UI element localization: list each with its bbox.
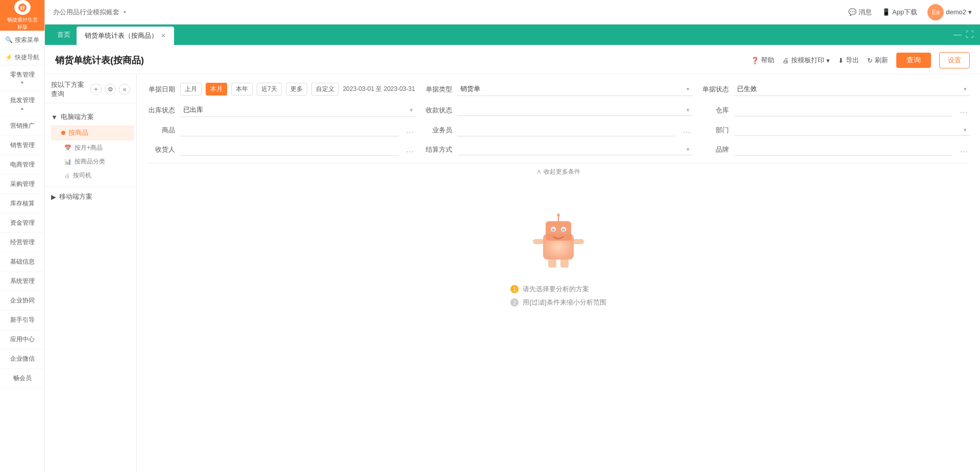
- settings-button[interactable]: 设置: [939, 52, 970, 68]
- scheme-by-month-goods[interactable]: 📅 按月+商品: [49, 141, 136, 155]
- warehouse-label: 仓库: [701, 106, 729, 115]
- brand-input[interactable]: [734, 144, 952, 156]
- department-dropdown-icon: ▾: [964, 127, 967, 133]
- mobile-schemes-group[interactable]: ▶ 移动端方案: [45, 189, 136, 204]
- avatar: Ea: [927, 4, 944, 20]
- sidebar-item-basic[interactable]: 基础信息: [0, 252, 44, 272]
- receiver-label: 收货人: [147, 145, 175, 154]
- date-btn-more[interactable]: 更多: [286, 83, 307, 96]
- sidebar-item-system[interactable]: 系统管理: [0, 272, 44, 291]
- filter-panel-title: 按以下方案查询: [51, 80, 90, 99]
- goods-more-icon[interactable]: …: [404, 126, 416, 135]
- tab-close-icon[interactable]: ✕: [161, 32, 166, 39]
- empty-tip-2: 2 用[过滤]条件来缩小分析范围: [510, 296, 606, 309]
- sidebar-item-ecommerce[interactable]: 电商管理: [0, 155, 44, 175]
- warehouse-more-icon[interactable]: …: [958, 106, 970, 115]
- date-btn-last-month[interactable]: 上月: [180, 83, 202, 96]
- sidebar-item-enterprise[interactable]: 企业协同: [0, 291, 44, 311]
- sidebar: 好 畅捷通好生意 标版 🔍 搜索菜单 ⚡ 快捷导航 零售管理 ▼ 批发管理 ▲ …: [0, 0, 45, 472]
- svg-rect-3: [546, 221, 571, 241]
- sidebar-item-wechat[interactable]: 企业微信: [0, 349, 44, 369]
- desktop-schemes-header[interactable]: ▼ 电脑端方案: [45, 109, 136, 125]
- salesperson-input[interactable]: [457, 124, 676, 136]
- scheme-by-goods[interactable]: 按商品: [51, 125, 134, 140]
- messages-label: 消息: [859, 8, 872, 17]
- department-select[interactable]: ▾: [734, 125, 970, 136]
- brand-label: 品牌: [701, 145, 729, 154]
- logo-icon: 好: [14, 0, 31, 15]
- refresh-button[interactable]: ↻ 刷新: [867, 56, 888, 65]
- warehouse-input[interactable]: [734, 104, 952, 116]
- page-actions: ❓ 帮助 🖨 按模板打印 ▾ ⬇ 导出 ↻ 刷新 查询 设置: [751, 52, 970, 68]
- scheme-by-driver[interactable]: 🖨 按司机: [49, 169, 136, 182]
- out-status-value: 已出库: [183, 105, 203, 114]
- filter-row-2: 出库状态 已出库 ▾ 收款状态 ▾ 仓库: [147, 103, 970, 117]
- tab-sales-stats[interactable]: 销货单统计表（按商品） ✕: [77, 27, 174, 45]
- help-button[interactable]: ❓ 帮助: [751, 56, 774, 65]
- page-header: 销货单统计表(按商品) ❓ 帮助 🖨 按模板打印 ▾ ⬇ 导出 ↻ 刷新: [45, 45, 980, 74]
- main-area: 办公用品行业模拟账套 ▾ 💬 消息 📱 App下载 Ea demo2 ▾ 首: [45, 0, 980, 472]
- goods-input[interactable]: [180, 124, 399, 136]
- sidebar-item-finance[interactable]: 资金管理: [0, 214, 44, 233]
- sidebar-item-purchase[interactable]: 采购管理: [0, 175, 44, 194]
- sidebar-item-member[interactable]: 畅会员: [0, 369, 44, 388]
- salesperson-field: 业务员 …: [424, 124, 693, 136]
- app-download-button[interactable]: 📱 App下载: [882, 8, 917, 17]
- header-actions: 💬 消息 📱 App下载 Ea demo2 ▾: [848, 4, 972, 20]
- status-field: 单据状态 已生效 ▾: [701, 82, 970, 96]
- date-btn-custom[interactable]: 自定义: [311, 83, 339, 96]
- out-status-field: 出库状态 已出库 ▾: [147, 103, 416, 117]
- svg-rect-12: [548, 258, 556, 268]
- sidebar-item-newbie[interactable]: 新手引导: [0, 311, 44, 330]
- app-name: 畅捷通好生意: [7, 16, 38, 23]
- brand-more-icon[interactable]: …: [958, 145, 970, 154]
- receiver-more-icon[interactable]: …: [404, 145, 416, 154]
- payment-select[interactable]: ▾: [457, 144, 693, 155]
- department-label: 部门: [701, 126, 729, 135]
- tab-sales-stats-label: 销货单统计表（按商品）: [85, 31, 158, 40]
- sidebar-item-marketing[interactable]: 营销推广: [0, 116, 44, 136]
- sidebar-quick-nav[interactable]: ⚡ 快捷导航: [0, 50, 44, 65]
- add-scheme-button[interactable]: +: [90, 84, 102, 95]
- sidebar-item-app-center[interactable]: 应用中心: [0, 330, 44, 349]
- scheme-by-category[interactable]: 📊 按商品分类: [49, 155, 136, 169]
- sidebar-search[interactable]: 🔍 搜索菜单: [0, 31, 44, 50]
- app-subtitle: 标版: [17, 23, 28, 31]
- sidebar-item-operations[interactable]: 经营管理: [0, 233, 44, 252]
- receipt-status-select[interactable]: ▾: [457, 105, 693, 116]
- status-select[interactable]: 已生效 ▾: [734, 82, 970, 96]
- date-btn-7days[interactable]: 近7天: [257, 83, 282, 96]
- messages-button[interactable]: 💬 消息: [848, 8, 872, 17]
- collapse-more-conditions[interactable]: ∧ 收起更多条件: [147, 163, 970, 180]
- filter-row-1: 单据日期 上月 本月 本年 近7天 更多 自定义 2023-03-01 至 20…: [147, 82, 970, 96]
- tab-maximize-icon[interactable]: ⛶: [966, 30, 974, 39]
- tab-minimize-icon[interactable]: —: [953, 30, 962, 39]
- type-select[interactable]: 销货单 ▾: [457, 82, 693, 96]
- sidebar-item-retail[interactable]: 零售管理 ▼: [0, 65, 44, 91]
- scheme-settings-button[interactable]: ⚙: [105, 84, 116, 95]
- salesperson-more-icon[interactable]: …: [680, 126, 693, 135]
- date-btn-current-year[interactable]: 本年: [231, 83, 253, 96]
- desktop-schemes-group: ▼ 电脑端方案 按商品 📅 按月+商品 📊: [45, 107, 136, 184]
- sidebar-item-sales[interactable]: 销售管理: [0, 136, 44, 155]
- sidebar-item-inventory[interactable]: 库存核算: [0, 194, 44, 214]
- tip2-label: 用[过滤]条件来缩小分析范围: [523, 296, 606, 309]
- username: demo2: [946, 8, 966, 16]
- industry-label: 办公用品行业模拟账套: [53, 8, 119, 17]
- query-button[interactable]: 查询: [896, 53, 931, 68]
- page-title: 销货单统计表(按商品): [55, 54, 144, 66]
- out-status-select[interactable]: 已出库 ▾: [180, 103, 416, 117]
- collapse-panel-button[interactable]: «: [119, 84, 130, 95]
- template-print-button[interactable]: 🖨 按模板打印 ▾: [782, 56, 830, 65]
- app-logo[interactable]: 好 畅捷通好生意 标版: [0, 0, 45, 31]
- date-btn-current-month[interactable]: 本月: [206, 83, 227, 96]
- receiver-input[interactable]: [180, 144, 399, 156]
- tab-home[interactable]: 首页: [51, 30, 77, 39]
- filter-panel: 按以下方案查询 + ⚙ « ▼: [45, 74, 137, 472]
- sidebar-item-wholesale[interactable]: 批发管理 ▲: [0, 91, 44, 116]
- goods-field: 商品 …: [147, 124, 416, 136]
- top-header: 办公用品行业模拟账套 ▾ 💬 消息 📱 App下载 Ea demo2 ▾: [45, 0, 980, 25]
- export-button[interactable]: ⬇ 导出: [838, 56, 859, 65]
- content-body: 按以下方案查询 + ⚙ « ▼: [45, 74, 980, 472]
- user-profile[interactable]: Ea demo2 ▾: [927, 4, 972, 20]
